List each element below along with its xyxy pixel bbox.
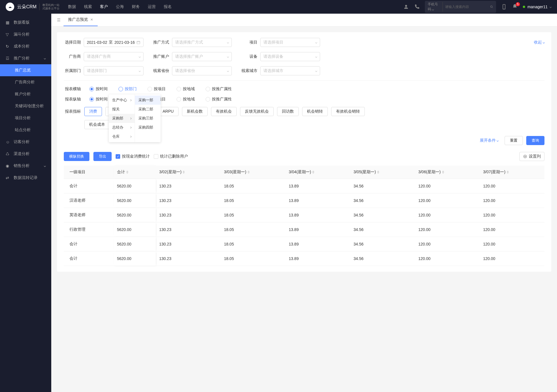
table-cell: 120.00 bbox=[415, 208, 480, 222]
metric-tag[interactable]: ARPU bbox=[158, 107, 179, 116]
tab-bar: ☰ 推广总预览 ✕ bbox=[51, 14, 557, 26]
dropdown-item[interactable]: 采购三部 bbox=[135, 114, 161, 123]
dropdown-item[interactable]: 采购一部 bbox=[135, 96, 161, 105]
query-button[interactable]: 查询 bbox=[526, 136, 544, 145]
metric-tag[interactable]: 回访数 bbox=[277, 107, 299, 116]
cash-stat-checkbox[interactable]: ✓ 按现金消费统计 bbox=[116, 154, 150, 159]
phone-icon[interactable] bbox=[414, 4, 420, 10]
table-header[interactable]: 3/06(星期一) bbox=[415, 166, 480, 179]
table-row: 会计5620.00130.2318.0513.8934.56120.00120.… bbox=[64, 237, 544, 251]
svg-point-8 bbox=[524, 155, 527, 158]
sidebar-sub-3-3[interactable]: 关键词/创意分析 bbox=[0, 100, 51, 112]
column-settings-button[interactable]: 设置列 bbox=[519, 152, 544, 161]
logo: ☁ 云朵CRM 教育机构一站 式服务云平台 bbox=[6, 3, 60, 11]
table-cell: 34.56 bbox=[350, 208, 415, 222]
dropdown-item[interactable]: 采购二部 bbox=[135, 105, 161, 114]
sidebar-item-0[interactable]: ▦数据看版 bbox=[0, 16, 51, 28]
metric-tag[interactable]: 机会成本 bbox=[84, 120, 110, 129]
dropdown-item[interactable]: 生产中心 bbox=[109, 96, 135, 105]
nav-item-5[interactable]: 运营 bbox=[148, 4, 156, 9]
mobile-icon[interactable] bbox=[501, 4, 507, 10]
radio-horiz-radios-2[interactable]: 按项目 bbox=[148, 86, 166, 92]
advertiser-select[interactable]: 请选择广告商 bbox=[84, 52, 144, 61]
nav-item-6[interactable]: 报名 bbox=[164, 4, 172, 9]
radio-horiz-radios-0[interactable]: 按时间 bbox=[89, 86, 108, 92]
export-button[interactable]: 导出 bbox=[93, 152, 112, 161]
sidebar-item-5[interactable]: ♺渠道分析 bbox=[0, 148, 51, 160]
expand-conditions-link[interactable]: 展开条件 bbox=[480, 138, 498, 143]
reset-button[interactable]: 重置 bbox=[505, 136, 523, 145]
notification-badge[interactable]: 5 bbox=[512, 4, 518, 10]
date-range-input[interactable]: 2021-03-02 至 2021-03-16 bbox=[84, 38, 144, 47]
project-select[interactable]: 请选择项目 bbox=[260, 38, 320, 47]
metric-tag[interactable]: 反馈无效机会 bbox=[240, 107, 274, 116]
city-select[interactable]: 请选择城市 bbox=[260, 66, 320, 75]
nav-item-1[interactable]: 线索 bbox=[84, 4, 92, 9]
user-icon[interactable] bbox=[403, 4, 409, 10]
dropdown-item[interactable]: 采购四部 bbox=[135, 123, 161, 132]
sort-icon bbox=[126, 171, 128, 174]
table-header[interactable]: 一级项目 bbox=[64, 166, 114, 179]
nav-item-2[interactable]: 客户 bbox=[100, 4, 108, 9]
sidebar-item-1[interactable]: ▽漏斗分析 bbox=[0, 28, 51, 40]
advertiser-label: 广告商 bbox=[64, 54, 81, 59]
dropdown-item[interactable]: 仓库 bbox=[109, 132, 135, 141]
radio-horiz-radios-3[interactable]: 按地域 bbox=[177, 86, 195, 92]
close-icon[interactable]: ✕ bbox=[90, 18, 93, 22]
dept-select[interactable]: 请选择部门 bbox=[84, 66, 144, 75]
sidebar-item-3[interactable]: ☲推广分析 bbox=[0, 52, 51, 64]
table-cell: 120.00 bbox=[415, 251, 480, 266]
device-select[interactable]: 请选择设备 bbox=[260, 52, 320, 61]
deleted-stat-checkbox[interactable]: 统计已删除用户 bbox=[154, 154, 188, 159]
table-cell: 130.23 bbox=[156, 251, 221, 266]
sidebar-item-6[interactable]: ◉销售分析 bbox=[0, 160, 51, 172]
radio-vert-radios-3[interactable]: 按地域 bbox=[177, 97, 195, 102]
table-cell: 34.56 bbox=[350, 237, 415, 251]
metric-tag[interactable]: 有效机会销转 bbox=[331, 107, 365, 116]
nav-item-3[interactable]: 公海 bbox=[116, 4, 124, 9]
table-header[interactable]: 合计 bbox=[114, 166, 156, 179]
method-select[interactable]: 请选择推广方式 bbox=[172, 38, 232, 47]
sidebar-toggle[interactable]: ☰ bbox=[54, 15, 64, 25]
nav-item-4[interactable]: 财务 bbox=[132, 4, 140, 9]
chevron-down-icon bbox=[315, 55, 317, 57]
city-label: 线索城市 bbox=[240, 68, 257, 73]
calendar-icon bbox=[136, 40, 140, 44]
sidebar-item-7[interactable]: ⇄数据流转记录 bbox=[0, 172, 51, 184]
metric-tag[interactable]: 机会销转 bbox=[302, 107, 328, 116]
search-type[interactable]: 手机号码 bbox=[428, 2, 443, 12]
radio-vert-radios-0[interactable]: 按时间 bbox=[89, 97, 108, 102]
table-header[interactable]: 3/07(星期一) bbox=[480, 166, 544, 179]
sidebar-sub-3-4[interactable]: 项目分析 bbox=[0, 112, 51, 124]
metric-tag[interactable]: 消费 bbox=[84, 107, 102, 116]
switch-button[interactable]: 横纵切换 bbox=[64, 152, 89, 161]
account-select[interactable]: 请选择推广账户 bbox=[172, 52, 232, 61]
visitor-icon: ☺ bbox=[6, 140, 10, 144]
radio-vert-radios-4[interactable]: 按推广属性 bbox=[206, 97, 232, 102]
sidebar-sub-3-5[interactable]: 站点分析 bbox=[0, 124, 51, 136]
sidebar-item-4[interactable]: ☺访客分析 bbox=[0, 136, 51, 148]
table-header[interactable]: 3/05(星期一) bbox=[350, 166, 415, 179]
sidebar-sub-3-1[interactable]: 广告商分析 bbox=[0, 76, 51, 88]
radio-horiz-radios-1[interactable]: 按部门 bbox=[118, 86, 137, 92]
dropdown-item[interactable]: 报关 bbox=[109, 105, 135, 114]
sidebar-sub-3-0[interactable]: 推广总览 bbox=[0, 64, 51, 76]
sidebar-item-2[interactable]: ↻成本分析 bbox=[0, 40, 51, 52]
tab-overview[interactable]: 推广总预览 ✕ bbox=[64, 14, 98, 26]
table-cell: 13.89 bbox=[285, 193, 350, 208]
table-header[interactable]: 3/04(星期一) bbox=[285, 166, 350, 179]
user-menu[interactable]: manager11 bbox=[523, 5, 551, 9]
table-header[interactable]: 3/02(星期一) bbox=[156, 166, 221, 179]
radio-horiz-radios-4[interactable]: 按推广属性 bbox=[206, 86, 232, 92]
table-header[interactable]: 3/03(星期一) bbox=[220, 166, 285, 179]
collapse-link[interactable]: 收起 bbox=[534, 40, 544, 45]
dropdown-item[interactable]: 采购部 bbox=[109, 114, 135, 123]
dropdown-item[interactable]: 总经办 bbox=[109, 123, 135, 132]
province-select[interactable]: 请选择省份 bbox=[172, 66, 232, 75]
search-icon[interactable] bbox=[490, 5, 493, 9]
metric-tag[interactable]: 有效机会 bbox=[211, 107, 237, 116]
sidebar-sub-3-2[interactable]: 账户分析 bbox=[0, 88, 51, 100]
metric-tag[interactable]: 新机会数 bbox=[182, 107, 208, 116]
search-input[interactable] bbox=[443, 4, 490, 9]
nav-item-0[interactable]: 数据 bbox=[68, 4, 76, 9]
